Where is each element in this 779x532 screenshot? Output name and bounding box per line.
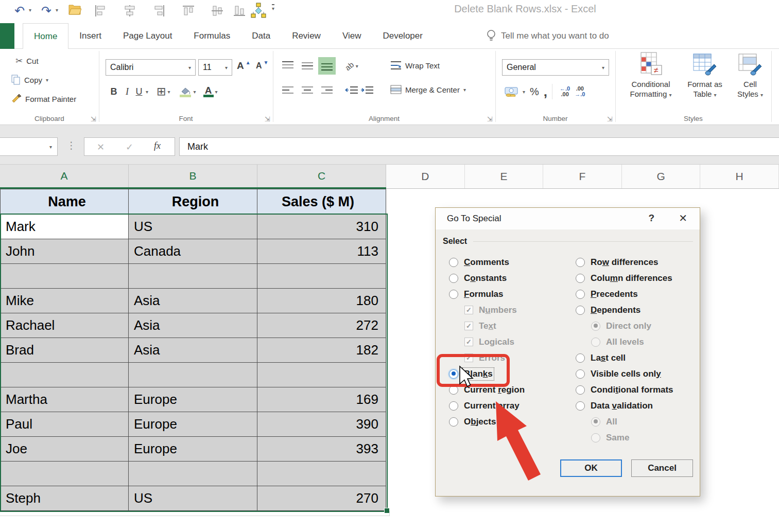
comma-style-button[interactable]: , (544, 88, 547, 95)
clipboard-dialog-launcher[interactable]: ⇲ (91, 115, 96, 123)
hierarchy-diagram-icon[interactable] (251, 3, 266, 19)
option-conditional-formats[interactable]: Conditional formats (576, 382, 699, 398)
cell-C9[interactable]: 169 (257, 387, 386, 412)
underline-button[interactable]: U (134, 86, 144, 97)
cell-B10[interactable]: Europe (129, 412, 257, 437)
cell-A1[interactable]: Name (0, 189, 129, 215)
insert-function-icon[interactable]: fx (154, 140, 161, 151)
column-header-B[interactable]: B (129, 165, 257, 187)
cell-B9[interactable]: Europe (129, 387, 257, 412)
option-blanks[interactable]: Blanks (449, 366, 574, 382)
format-as-table-button[interactable]: Format as Table ▾ (681, 52, 729, 100)
radio-conditional-formats[interactable] (576, 385, 585, 395)
radio-objects[interactable] (449, 417, 458, 427)
cell-C13[interactable]: 270 (257, 486, 386, 511)
file-tab[interactable] (0, 23, 14, 49)
bottom-align-button[interactable] (318, 57, 336, 75)
cell-B7[interactable]: Asia (129, 338, 257, 363)
column-header-E[interactable]: E (465, 165, 544, 188)
option-formulas[interactable]: Formulas (449, 286, 574, 302)
number-dialog-launcher[interactable]: ⇲ (607, 115, 613, 123)
column-header-A[interactable]: A (0, 165, 129, 187)
tab-formulas[interactable]: Formulas (183, 23, 241, 49)
tab-data[interactable]: Data (241, 23, 281, 49)
top-align-button[interactable] (279, 57, 297, 75)
undo-caret-icon[interactable]: ▾ (29, 7, 31, 13)
tell-me-box[interactable]: Tell me what you want to do (487, 23, 609, 49)
radio-column-differences[interactable] (576, 274, 585, 283)
cell-A11[interactable]: Joe (0, 437, 129, 462)
orientation-caret-icon[interactable]: ▾ (356, 63, 358, 69)
radio-current-array[interactable] (449, 401, 458, 411)
cell-A12[interactable] (0, 462, 129, 486)
column-header-G[interactable]: G (622, 165, 701, 188)
radio-visible-cells-only[interactable] (576, 369, 585, 379)
alignment-dialog-launcher[interactable]: ⇲ (487, 115, 493, 123)
column-header-H[interactable]: H (700, 165, 779, 188)
borders-caret-icon[interactable]: ▾ (167, 89, 170, 95)
align-left-icon[interactable] (94, 4, 107, 17)
open-folder-icon[interactable] (68, 4, 81, 16)
option-current-region[interactable]: Current region (449, 382, 574, 398)
cell-A3[interactable]: John (0, 239, 129, 264)
option-comments[interactable]: Comments (449, 254, 574, 270)
middle-align-button[interactable] (299, 57, 316, 75)
align-middle-icon[interactable] (211, 4, 224, 17)
radio-precedents[interactable] (576, 290, 585, 299)
option-objects[interactable]: Objects (449, 414, 574, 430)
cell-A8[interactable] (0, 363, 129, 387)
cell-C2[interactable]: 310 (257, 215, 386, 239)
tab-home[interactable]: Home (23, 23, 68, 49)
enter-entry-icon[interactable]: ✓ (126, 141, 133, 153)
cell-A7[interactable]: Brad (0, 338, 129, 363)
redo-caret-icon[interactable]: ▾ (56, 7, 58, 13)
redo-icon[interactable]: ↷ (41, 2, 51, 20)
cell-A5[interactable]: Mike (0, 289, 129, 313)
tab-view[interactable]: View (332, 23, 372, 49)
column-header-C[interactable]: C (257, 165, 386, 187)
cell-A6[interactable]: Rachael (0, 313, 129, 338)
font-dialog-launcher[interactable]: ⇲ (265, 115, 270, 123)
tab-developer[interactable]: Developer (372, 23, 434, 49)
radio-constants[interactable] (449, 274, 458, 283)
bold-button[interactable]: B (107, 86, 120, 97)
copy-button[interactable]: Copy ▾ (11, 75, 48, 85)
undo-icon[interactable]: ↶ (14, 2, 25, 20)
cell-B12[interactable] (129, 462, 257, 486)
cell-B1[interactable]: Region (129, 189, 257, 215)
radio-comments[interactable] (449, 258, 458, 267)
italic-button[interactable]: I (122, 86, 132, 97)
align-top-icon[interactable] (182, 4, 195, 17)
tab-review[interactable]: Review (281, 23, 332, 49)
orientation-button[interactable]: ab (343, 60, 355, 72)
tab-insert[interactable]: Insert (68, 23, 112, 49)
option-dependents[interactable]: Dependents (576, 302, 699, 318)
cell-A4[interactable] (0, 264, 129, 289)
formula-input[interactable]: Mark (179, 137, 779, 156)
radio-last-cell[interactable] (576, 353, 585, 363)
conditional-formatting-button[interactable]: ≠ Conditional Formatting ▾ (624, 52, 678, 100)
cell-B11[interactable]: Europe (129, 437, 257, 462)
cell-A2[interactable]: Mark (0, 215, 129, 239)
cell-C4[interactable] (257, 264, 386, 289)
option-constants[interactable]: Constants (449, 270, 574, 286)
font-color-caret-icon[interactable]: ▾ (215, 89, 218, 95)
radio-data-validation[interactable] (576, 401, 585, 411)
cell-C6[interactable]: 272 (257, 313, 386, 338)
underline-caret-icon[interactable]: ▾ (146, 89, 148, 95)
cell-B6[interactable]: Asia (129, 313, 257, 338)
cell-C11[interactable]: 393 (257, 437, 386, 462)
option-visible-cells-only[interactable]: Visible cells only (576, 366, 699, 382)
cell-C3[interactable]: 113 (257, 239, 386, 264)
grow-font-button[interactable]: A▲ (237, 60, 251, 72)
wrap-text-button[interactable]: Wrap Text (390, 60, 440, 70)
fill-color-button[interactable] (180, 86, 192, 97)
format-painter-button[interactable]: Format Painter (11, 94, 76, 104)
font-size-select[interactable]: 11 ▾ (198, 59, 232, 76)
decrease-indent-button[interactable] (345, 85, 358, 97)
accounting-caret-icon[interactable]: ▾ (523, 89, 525, 95)
tab-page-layout[interactable]: Page Layout (112, 23, 183, 49)
align-right-icon[interactable] (153, 4, 165, 17)
name-box[interactable]: ▾ (0, 137, 58, 156)
font-name-select[interactable]: Calibri ▾ (106, 59, 196, 76)
